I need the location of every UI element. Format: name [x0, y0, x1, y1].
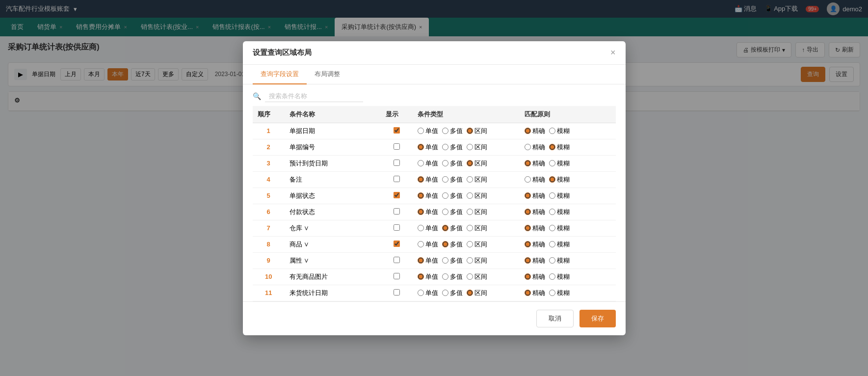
dialog-title: 设置查询区域布局	[253, 48, 312, 57]
tab-query-field-settings[interactable]: 查询字段设置	[253, 65, 307, 84]
col-header-match: 匹配原则	[520, 106, 616, 118]
dialog-header: 设置查询区域布局 ×	[243, 41, 626, 65]
search-condition-input[interactable]	[265, 90, 363, 102]
modal-overlay: 设置查询区域布局 × 查询字段设置 布局调整 🔍 顺序 条件名称 显示 条件类型	[0, 0, 868, 117]
col-header-type: 条件类型	[413, 106, 520, 118]
col-header-name: 条件名称	[285, 106, 381, 118]
search-icon: 🔍	[253, 92, 261, 100]
dialog-tabs: 查询字段设置 布局调整	[243, 65, 626, 84]
col-header-display: 显示	[381, 106, 413, 118]
col-header-order: 顺序	[253, 106, 285, 118]
dialog-close-btn[interactable]: ×	[610, 48, 616, 57]
dialog-search-bar: 🔍	[243, 84, 626, 106]
settings-dialog: 设置查询区域布局 × 查询字段设置 布局调整 🔍 顺序 条件名称 显示 条件类型	[243, 41, 626, 118]
conditions-table: 顺序 条件名称 显示 条件类型 匹配原则 1单据日期单值多值区间精确模糊2单据编…	[253, 106, 616, 118]
tab-layout-adjust[interactable]: 布局调整	[307, 65, 348, 84]
